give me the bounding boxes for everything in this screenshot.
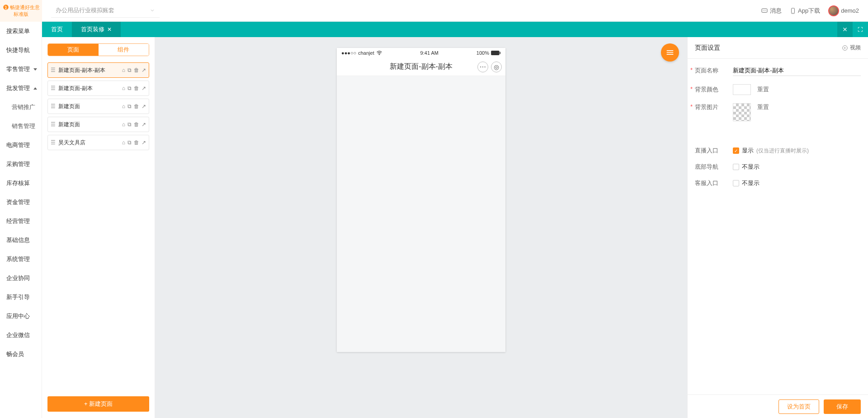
sidebar-item-quicknav[interactable]: 快捷导航 xyxy=(0,41,42,60)
sidebar-item-sales[interactable]: 销售管理 xyxy=(0,117,42,136)
copy-icon[interactable]: ⧉ xyxy=(127,139,132,146)
seg-page[interactable]: 页面 xyxy=(48,44,99,56)
home-icon[interactable]: ⌂ xyxy=(122,85,125,91)
delete-icon[interactable]: 🗑 xyxy=(134,67,139,73)
sidebar-item-guide[interactable]: 新手引导 xyxy=(0,288,42,307)
home-icon[interactable]: ⌂ xyxy=(122,103,125,109)
logo: 畅捷通好生意 标准版 xyxy=(0,0,42,22)
sidebar-item-inventory[interactable]: 库存核算 xyxy=(0,174,42,193)
page-item[interactable]: ☰ 新建页面-副本 ⌂ ⧉ 🗑 ↗ xyxy=(47,81,149,96)
toggle-panel-button[interactable] xyxy=(661,43,679,62)
tab-decorate[interactable]: 首页装修 ✕ xyxy=(72,22,121,37)
sidebar-item-purchase[interactable]: 采购管理 xyxy=(0,155,42,174)
phone-body[interactable] xyxy=(337,76,505,352)
row-live: 直播入口 ✓ 显示 (仅当进行直播时展示) xyxy=(695,147,861,155)
drag-handle-icon[interactable]: ☰ xyxy=(51,85,56,91)
export-icon[interactable]: ↗ xyxy=(142,121,146,128)
drag-handle-icon[interactable]: ☰ xyxy=(51,67,56,73)
home-icon[interactable]: ⌂ xyxy=(122,139,125,146)
copy-icon[interactable]: ⧉ xyxy=(127,103,132,109)
page-name: 新建页面-副本 xyxy=(58,85,119,92)
svg-point-7 xyxy=(379,54,380,55)
bgcolor-swatch[interactable] xyxy=(733,84,751,95)
sidebar-item-marketing[interactable]: 营销推广 xyxy=(0,98,42,117)
fullscreen-button[interactable] xyxy=(853,22,868,37)
reset-bgcolor[interactable]: 重置 xyxy=(757,86,769,94)
phone-icon xyxy=(790,7,796,14)
settings-form: 页面名称 背景颜色 重置 背景图片 重置 直播入口 ✓ xyxy=(688,59,868,194)
export-icon[interactable]: ↗ xyxy=(142,85,146,91)
page-item[interactable]: ☰ 新建页面-副本-副本 ⌂ ⧉ 🗑 ↗ xyxy=(47,62,149,78)
export-icon[interactable]: ↗ xyxy=(142,139,146,146)
home-icon[interactable]: ⌂ xyxy=(122,67,125,73)
input-page-name[interactable] xyxy=(733,65,861,76)
clock: 9:41 AM xyxy=(420,50,439,56)
copy-icon[interactable]: ⧉ xyxy=(127,85,132,91)
avatar xyxy=(828,5,839,16)
row-page-name: 页面名称 xyxy=(695,65,861,76)
target-icon[interactable]: ◎ xyxy=(491,62,502,72)
video-link[interactable]: 视频 xyxy=(842,44,861,52)
logo-icon xyxy=(3,4,9,10)
new-page-button[interactable]: + 新建页面 xyxy=(47,396,149,412)
page-item[interactable]: ☰ 新建页面 ⌂ ⧉ 🗑 ↗ xyxy=(47,117,149,132)
row-bottom-nav: 底部导航 不显示 xyxy=(695,163,861,171)
checkbox-kf[interactable] xyxy=(733,180,739,186)
chevron-up-icon xyxy=(33,87,37,90)
sidebar-item-operation[interactable]: 经营管理 xyxy=(0,212,42,231)
label-bgcolor: 背景颜色 xyxy=(695,86,726,94)
sidebar-item-system[interactable]: 系统管理 xyxy=(0,250,42,269)
close-all-button[interactable] xyxy=(837,22,853,37)
delete-icon[interactable]: 🗑 xyxy=(134,121,139,128)
page-item[interactable]: ☰ 昊天文具店 ⌂ ⧉ 🗑 ↗ xyxy=(47,135,149,150)
sidebar-item-member[interactable]: 畅会员 xyxy=(0,345,42,364)
more-icon[interactable]: ⋯ xyxy=(477,62,488,72)
app-download-link[interactable]: App下载 xyxy=(790,7,820,15)
save-button[interactable]: 保存 xyxy=(824,399,861,414)
drag-handle-icon[interactable]: ☰ xyxy=(51,121,56,128)
chevron-down-icon xyxy=(33,68,37,71)
seg-component[interactable]: 组件 xyxy=(99,44,149,56)
chat-icon xyxy=(761,7,768,14)
export-icon[interactable]: ↗ xyxy=(142,103,146,109)
delete-icon[interactable]: 🗑 xyxy=(134,139,139,146)
export-icon[interactable]: ↗ xyxy=(142,67,146,73)
sidebar-item-ecommerce[interactable]: 电商管理 xyxy=(0,136,42,155)
panel-title: 页面设置 xyxy=(695,44,720,52)
sidebar-item-appcenter[interactable]: 应用中心 xyxy=(0,307,42,326)
play-icon xyxy=(842,45,848,51)
sidebar-item-basic[interactable]: 基础信息 xyxy=(0,231,42,250)
sidebar-item-retail[interactable]: 零售管理 xyxy=(0,60,42,79)
sidebar-item-wechat[interactable]: 企业微信 xyxy=(0,326,42,345)
page-item[interactable]: ☰ 新建页面 ⌂ ⧉ 🗑 ↗ xyxy=(47,99,149,114)
org-selector[interactable]: 办公用品行业模拟账套 xyxy=(51,4,160,18)
sidebar-item-funds[interactable]: 资金管理 xyxy=(0,193,42,212)
top-header: 畅捷通好生意 标准版 办公用品行业模拟账套 消息 App下载 demo2 xyxy=(0,0,868,22)
checkbox-live[interactable]: ✓ xyxy=(733,147,739,154)
delete-icon[interactable]: 🗑 xyxy=(134,103,139,109)
copy-icon[interactable]: ⧉ xyxy=(127,67,132,73)
home-icon[interactable]: ⌂ xyxy=(122,121,125,128)
delete-icon[interactable]: 🗑 xyxy=(134,85,139,91)
messages-link[interactable]: 消息 xyxy=(761,7,782,15)
status-bar: ●●●○○ chanjet 9:41 AM 100% xyxy=(337,48,505,58)
user-menu[interactable]: demo2 xyxy=(828,5,859,16)
row-bgimg: 背景图片 重置 xyxy=(695,103,861,121)
copy-icon[interactable]: ⧉ xyxy=(127,121,132,128)
checkbox-bottom-nav[interactable] xyxy=(733,164,739,170)
sidebar-item-coop[interactable]: 企业协同 xyxy=(0,269,42,288)
close-icon[interactable]: ✕ xyxy=(107,26,112,33)
label-bottom-nav: 底部导航 xyxy=(695,163,726,171)
menu-icon xyxy=(665,48,675,57)
set-home-button[interactable]: 设为首页 xyxy=(778,399,819,414)
sidebar-item-wholesale[interactable]: 批发管理 xyxy=(0,79,42,98)
reset-bgimg[interactable]: 重置 xyxy=(757,103,769,111)
tab-home[interactable]: 首页 xyxy=(42,22,72,37)
drag-handle-icon[interactable]: ☰ xyxy=(51,139,56,146)
chevron-down-icon xyxy=(150,8,155,13)
bgimg-picker[interactable] xyxy=(733,103,751,121)
row-kf: 客服入口 不显示 xyxy=(695,179,861,187)
drag-handle-icon[interactable]: ☰ xyxy=(51,103,56,109)
sidebar-item-search[interactable]: 搜索菜单 xyxy=(0,22,42,41)
tabs-bar: 首页 首页装修 ✕ xyxy=(42,22,868,37)
